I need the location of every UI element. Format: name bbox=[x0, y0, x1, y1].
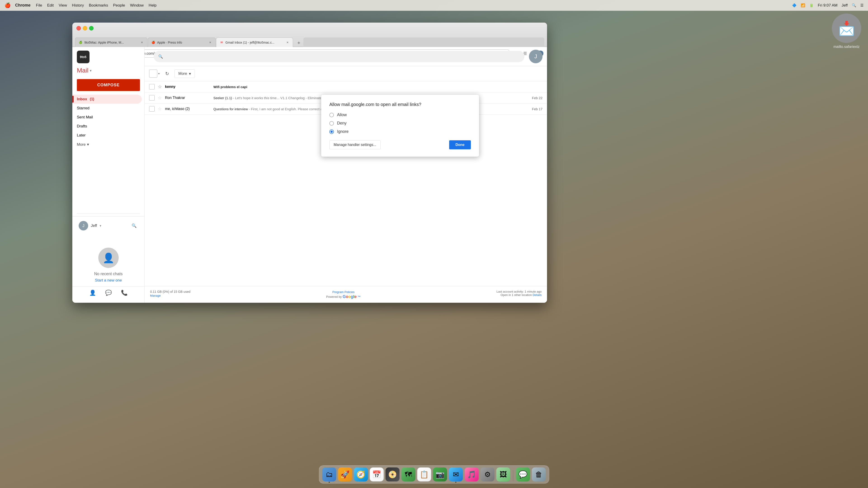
add-person-icon[interactable]: 👤 bbox=[89, 290, 96, 296]
email-checkbox-2[interactable] bbox=[149, 95, 155, 101]
ignore-option[interactable]: Ignore bbox=[329, 129, 471, 134]
select-all-checkbox[interactable] bbox=[149, 70, 157, 78]
details-link[interactable]: Details bbox=[532, 293, 541, 297]
browser-window: 🍏 9to5Mac: Apple iPhone, M... ✕ 🍎 Apple … bbox=[72, 23, 547, 303]
tab1-close-button[interactable]: ✕ bbox=[140, 40, 144, 44]
email-star-2[interactable]: ☆ bbox=[158, 95, 162, 101]
menubar-view[interactable]: View bbox=[59, 3, 67, 8]
browser-tab-1[interactable]: 🍏 9to5Mac: Apple iPhone, M... ✕ bbox=[75, 37, 147, 47]
email-sender-2: Ron Thakrar bbox=[165, 96, 210, 100]
tab2-close-button[interactable]: ✕ bbox=[208, 40, 212, 44]
menubar-history[interactable]: History bbox=[72, 3, 84, 8]
email-checkbox-1[interactable] bbox=[149, 84, 155, 90]
gmail-logo-area: 9to5 bbox=[72, 51, 145, 67]
menubar-edit[interactable]: Edit bbox=[47, 3, 54, 8]
sidebar-item-inbox[interactable]: Inbox (1) bbox=[72, 95, 142, 104]
dock-item-syspref[interactable]: ⚙ bbox=[480, 467, 495, 482]
gmail-title[interactable]: Mail ▾ bbox=[72, 67, 145, 77]
dock-item-messages[interactable]: 💬 bbox=[516, 467, 530, 482]
search-menu-icon[interactable]: 🔍 bbox=[852, 3, 856, 7]
browser-tab-2[interactable]: 🍎 Apple · Press Info ✕ bbox=[148, 37, 216, 47]
search-icon: 🔍 bbox=[158, 54, 163, 59]
dock-active-dot-mail bbox=[455, 482, 456, 483]
select-dropdown-arrow[interactable]: ▾ bbox=[158, 72, 160, 75]
minimize-window-button[interactable] bbox=[83, 26, 87, 31]
chat-search-button[interactable]: 🔍 bbox=[130, 222, 138, 230]
tab2-favicon: 🍎 bbox=[151, 40, 155, 44]
start-new-chat-link[interactable]: Start a new one bbox=[95, 278, 122, 283]
sidebar-item-starred[interactable]: Starred bbox=[72, 104, 142, 113]
refresh-button[interactable]: ↻ bbox=[162, 69, 172, 78]
sidebar-item-later[interactable]: Later bbox=[72, 131, 142, 140]
notification-center-icon[interactable]: ☰ bbox=[860, 3, 864, 7]
hangouts-icon[interactable]: 💬 bbox=[105, 290, 112, 296]
allow-radio[interactable] bbox=[329, 113, 334, 117]
dock-item-maps[interactable]: 🗺 bbox=[401, 467, 415, 482]
select-all-group: ▾ bbox=[149, 70, 160, 78]
preview-icon: 🖼 bbox=[500, 470, 507, 479]
inbox-label: Inbox bbox=[77, 97, 87, 101]
user-row[interactable]: J Jeff ▾ 🔍 bbox=[77, 219, 140, 232]
chat-icons-row: 👤 💬 📞 bbox=[72, 286, 145, 299]
compose-button[interactable]: COMPOSE bbox=[77, 79, 140, 91]
sidebar-item-more[interactable]: More ▾ bbox=[72, 140, 145, 149]
menubar-bookmarks[interactable]: Bookmarks bbox=[89, 3, 108, 8]
chat-empty-avatar: 👤 bbox=[98, 248, 119, 268]
menubar-window[interactable]: Window bbox=[130, 3, 144, 8]
email-star-3[interactable]: ☆ bbox=[158, 106, 162, 111]
email-checkbox-3[interactable] bbox=[149, 106, 155, 111]
account-avatar[interactable]: J bbox=[529, 50, 542, 63]
messages-icon: 💬 bbox=[519, 470, 528, 479]
new-tab-button[interactable]: + bbox=[295, 39, 303, 47]
manage-storage-link[interactable]: Manage bbox=[150, 294, 161, 297]
sidebar-navigation: Inbox (1) Starred Sent Mail Drafts Later… bbox=[72, 95, 145, 210]
email-sender-3: me, ichitaso (2) bbox=[165, 107, 210, 111]
allow-option[interactable]: Allow bbox=[329, 112, 471, 117]
dock-item-preview[interactable]: 🖼 bbox=[496, 467, 510, 482]
dock-item-mail[interactable]: ✉ bbox=[449, 467, 463, 482]
dock-item-calendar[interactable]: 📅 bbox=[370, 467, 384, 482]
open-in-text: Open in 1 other location bbox=[501, 293, 532, 297]
dock-item-dvd[interactable]: 📀 bbox=[385, 467, 400, 482]
email-date-3: Feb 17 bbox=[524, 107, 542, 111]
user-dropdown-arrow[interactable]: ▾ bbox=[100, 224, 101, 228]
deny-option[interactable]: Deny bbox=[329, 121, 471, 126]
sidebar-item-sent[interactable]: Sent Mail bbox=[72, 113, 142, 122]
menubar-people[interactable]: People bbox=[113, 3, 125, 8]
later-label: Later bbox=[77, 133, 86, 138]
email-row[interactable]: ☆ kenny Wifi problems el capi bbox=[145, 81, 547, 92]
done-button[interactable]: Done bbox=[449, 140, 471, 149]
close-window-button[interactable] bbox=[76, 26, 81, 31]
dock-item-trash[interactable]: 🗑 bbox=[532, 467, 546, 482]
ignore-label: Ignore bbox=[337, 129, 348, 134]
deny-radio[interactable] bbox=[329, 121, 334, 126]
gmail-search-bar[interactable]: 🔍 bbox=[154, 51, 524, 62]
dock-item-facetime[interactable]: 📷 bbox=[433, 467, 447, 482]
program-policies-link[interactable]: Program Policies bbox=[332, 290, 354, 294]
email-star-1[interactable]: ☆ bbox=[158, 84, 162, 90]
email-date-2: Feb 22 bbox=[524, 96, 542, 100]
phone-icon[interactable]: 📞 bbox=[121, 290, 128, 296]
dock-item-reminders[interactable]: 📋 bbox=[417, 467, 431, 482]
dock-item-launchpad[interactable]: 🚀 bbox=[338, 467, 352, 482]
more-actions-dropdown[interactable]: More ▾ bbox=[175, 69, 195, 78]
browser-tab-3[interactable]: ✉ Gmail Inbox (1) - jeff@9to5mac.c... ✕ bbox=[216, 37, 293, 47]
menubar-app-name[interactable]: Chrome bbox=[15, 3, 31, 8]
email-handler-dialog: Allow mail.google.com to open all email … bbox=[321, 94, 479, 157]
wifi-icon[interactable]: 📶 bbox=[801, 3, 805, 7]
menubar-file[interactable]: File bbox=[36, 3, 42, 8]
apple-menu-icon[interactable]: 🍎 bbox=[4, 2, 11, 8]
menubar-username[interactable]: Jeff bbox=[842, 3, 848, 8]
bluetooth-icon: 🔷 bbox=[792, 3, 797, 7]
tab3-close-button[interactable]: ✕ bbox=[285, 40, 289, 44]
gmail-dropdown-arrow[interactable]: ▾ bbox=[90, 68, 92, 73]
menubar-help[interactable]: Help bbox=[149, 3, 157, 8]
maximize-window-button[interactable] bbox=[89, 26, 94, 31]
dock-item-finder[interactable]: 🗂 bbox=[322, 467, 336, 482]
dock-item-itunes[interactable]: 🎵 bbox=[465, 467, 479, 482]
dock-item-safari[interactable]: 🧭 bbox=[354, 467, 368, 482]
sidebar-item-drafts[interactable]: Drafts bbox=[72, 122, 142, 131]
safari-extension-label: mailto.safariextz bbox=[833, 45, 860, 49]
manage-handler-button[interactable]: Manage handler settings... bbox=[329, 140, 381, 149]
ignore-radio[interactable] bbox=[329, 129, 334, 134]
